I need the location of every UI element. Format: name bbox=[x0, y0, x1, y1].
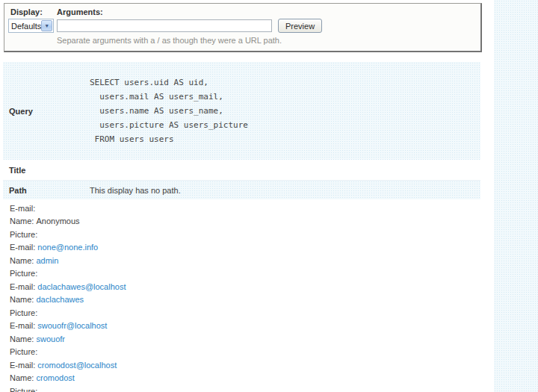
query-row: Query SELECT users.uid AS uid, users.mai… bbox=[3, 62, 480, 160]
view-summary-table: Query SELECT users.uid AS uid, users.mai… bbox=[3, 62, 480, 199]
name-link[interactable]: admin bbox=[36, 256, 58, 265]
list-item: E-mail: cromodost@localhost bbox=[10, 358, 480, 372]
picture-label: Picture: bbox=[10, 308, 40, 317]
list-item: Picture: bbox=[10, 228, 480, 241]
chevron-down-icon[interactable]: ▼ bbox=[41, 20, 52, 31]
list-item: Name: cromodost bbox=[10, 372, 480, 385]
email-label: E-mail: bbox=[10, 243, 37, 252]
path-value: This display has no path. bbox=[90, 186, 181, 195]
arguments-input[interactable] bbox=[57, 19, 272, 32]
name-link[interactable]: cromodost bbox=[36, 373, 74, 382]
preview-form: Display: Defaults ▼ Arguments: Preview S… bbox=[4, 3, 482, 52]
list-item: E-mail: bbox=[10, 202, 480, 215]
views-preview-page: Display: Defaults ▼ Arguments: Preview S… bbox=[0, 0, 538, 392]
display-select-value: Defaults bbox=[9, 22, 41, 31]
preview-results: E-mail: Name: Anonymous Picture: E-mail:… bbox=[10, 202, 480, 392]
name-label: Name: bbox=[10, 217, 36, 225]
list-item: Picture: bbox=[10, 385, 480, 392]
arguments-help-text: Separate arguments with a / as though th… bbox=[57, 36, 282, 45]
email-link[interactable]: swouofr@localhost bbox=[37, 321, 107, 330]
page-background-strip bbox=[494, 0, 538, 392]
display-label: Display: bbox=[10, 7, 43, 16]
list-item: E-mail: none@none.info bbox=[10, 241, 480, 255]
list-item: Picture: bbox=[10, 267, 480, 281]
name-label: Name: bbox=[10, 256, 36, 265]
list-item: E-mail: swouofr@localhost bbox=[10, 320, 480, 333]
arguments-label: Arguments: bbox=[57, 7, 103, 16]
title-label: Title bbox=[3, 166, 90, 175]
list-item: Picture: bbox=[10, 346, 480, 359]
list-item: Name: swouofr bbox=[10, 332, 480, 346]
list-item: Name: Anonymous bbox=[10, 215, 480, 228]
display-select[interactable]: Defaults ▼ bbox=[8, 19, 54, 33]
name-label: Name: bbox=[10, 295, 36, 304]
picture-label: Picture: bbox=[10, 269, 40, 278]
title-row: Title bbox=[3, 160, 480, 181]
email-label: E-mail: bbox=[10, 321, 37, 330]
query-label: Query bbox=[3, 107, 90, 116]
name-label: Name: bbox=[10, 335, 36, 343]
name-link[interactable]: daclachawes bbox=[36, 295, 84, 304]
preview-button[interactable]: Preview bbox=[278, 19, 322, 33]
list-item: E-mail: daclachawes@localhost bbox=[10, 280, 480, 293]
email-link[interactable]: none@none.info bbox=[37, 243, 98, 252]
picture-label: Picture: bbox=[10, 387, 40, 392]
list-item: Name: admin bbox=[10, 254, 480, 267]
email-label: E-mail: bbox=[10, 282, 37, 291]
name-label: Name: bbox=[10, 373, 36, 382]
name-value: Anonymous bbox=[36, 217, 79, 225]
email-link[interactable]: cromodost@localhost bbox=[37, 361, 117, 370]
list-item: Picture: bbox=[10, 306, 480, 320]
name-link[interactable]: swouofr bbox=[36, 335, 65, 343]
path-row: Path This display has no path. bbox=[3, 181, 480, 199]
email-label: E-mail: bbox=[10, 361, 37, 370]
picture-label: Picture: bbox=[10, 230, 40, 239]
email-link[interactable]: daclachawes@localhost bbox=[37, 282, 126, 291]
path-label: Path bbox=[3, 186, 90, 195]
picture-label: Picture: bbox=[10, 347, 40, 356]
email-label: E-mail: bbox=[10, 204, 37, 213]
list-item: Name: daclachawes bbox=[10, 293, 480, 307]
query-sql-text: SELECT users.uid AS uid, users.mail AS u… bbox=[90, 75, 248, 146]
